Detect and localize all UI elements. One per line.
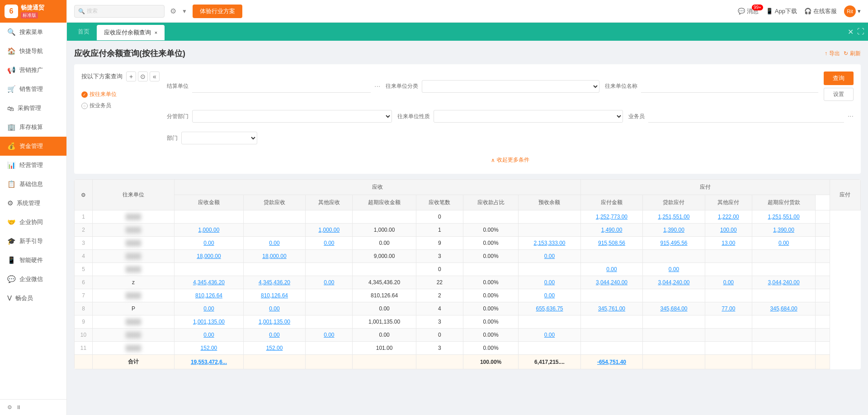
row-rec-ratio: 0.00% xyxy=(463,329,518,342)
settings-gear-icon[interactable]: ⚙ xyxy=(170,7,176,15)
division-select[interactable] xyxy=(192,110,392,123)
footer-pay-extra xyxy=(816,355,830,369)
tab-home[interactable]: 首页 xyxy=(71,24,97,39)
row-advance-bal: 0.00 xyxy=(519,329,581,342)
sidebar-item-member[interactable]: Ⅴ畅会员 xyxy=(0,289,66,308)
footer-loan-pay xyxy=(643,355,705,369)
row-overdue-pay xyxy=(752,263,815,276)
row-pay-amt: 1,252,773.00 xyxy=(580,210,643,224)
expand-icon[interactable]: ▼ xyxy=(182,8,187,14)
row-overdue-rec: 4,345,436.20 xyxy=(353,276,416,289)
sidebar-item-sales[interactable]: 🛒销售管理 xyxy=(0,80,66,99)
sidebar-item-enterprise[interactable]: 🤝企业协同 xyxy=(0,213,66,232)
row-overdue-rec: 0.00 xyxy=(353,302,416,315)
sidebar-item-wechat[interactable]: 💬企业微信 xyxy=(0,270,66,289)
settlement-input[interactable] xyxy=(192,80,371,93)
table-row: 9 ████ 1,001,135.00 1,001,135.00 1,001,1… xyxy=(75,315,861,329)
refresh-icon: ↻ xyxy=(844,50,848,57)
row-other-rec xyxy=(306,263,353,276)
sidebar-item-finance[interactable]: 💰资金管理 xyxy=(0,137,66,156)
sidebar-item-smart-hw[interactable]: 📱智能硬件 xyxy=(0,251,66,270)
collapse-icon[interactable]: ⏸ xyxy=(16,404,21,410)
th-rec-ratio: 应收款占比 xyxy=(463,195,518,210)
row-pay-amt xyxy=(580,250,643,263)
finance-icon: 💰 xyxy=(7,142,16,150)
sidebar-item-newbie[interactable]: 🎓新手引导 xyxy=(0,232,66,251)
salesperson-dots-icon[interactable]: ··· xyxy=(848,112,854,120)
scheme-option-salesperson[interactable]: ○ 按业务员 xyxy=(81,102,160,110)
sidebar-item-marketing[interactable]: 📢营销推广 xyxy=(0,61,66,80)
row-pay-extra xyxy=(816,263,830,276)
th-unit: 往来单位 xyxy=(93,180,175,210)
field-unit-category: 往来单位分类 xyxy=(386,80,599,93)
fullscreen-icon[interactable]: ⛶ xyxy=(857,28,864,36)
row-unit: z xyxy=(93,276,175,289)
sidebar-item-inventory[interactable]: 🏢库存核算 xyxy=(0,118,66,137)
user-menu[interactable]: Rit ▾ xyxy=(844,5,861,17)
th-loan-pay: 贷款应付 xyxy=(643,195,705,210)
export-button[interactable]: ↑ 导出 xyxy=(825,50,840,57)
app-download-link[interactable]: 📱 App下载 xyxy=(766,7,797,15)
scheme-option-unit[interactable]: ✓ 按往来单位 xyxy=(81,91,160,98)
search-menu-icon: 🔍 xyxy=(7,28,16,36)
refresh-button[interactable]: ↻ 刷新 xyxy=(844,50,861,57)
purchase-icon: 🛍 xyxy=(7,105,14,112)
logo-icon: 6 xyxy=(5,5,18,18)
unit-nature-select[interactable] xyxy=(434,110,623,123)
search-box[interactable]: 🔍 搜索 xyxy=(74,5,165,18)
row-rec-count: 0 xyxy=(416,329,463,342)
row-other-rec xyxy=(306,342,353,355)
table-row: 6 z 4,345,436.20 4,345,436.20 0.00 4,345… xyxy=(75,276,861,289)
row-pay-extra xyxy=(816,289,830,302)
row-rec-count: 4 xyxy=(416,302,463,315)
footer-rec-ratio: 100.00% xyxy=(463,355,518,369)
row-unit: ████ xyxy=(93,237,175,250)
table-row: 3 ████ 0.00 0.00 0.00 0.00 9 0.00% 2,153… xyxy=(75,237,861,250)
th-other-pay: 其他应付 xyxy=(705,195,752,210)
collapse-button[interactable]: ∧ 收起更多条件 xyxy=(167,153,854,167)
footer-rec-amt[interactable]: 19,553,472,6... xyxy=(175,355,244,369)
row-unit: ████ xyxy=(93,210,175,224)
settlement-dots-icon[interactable]: ··· xyxy=(374,82,380,91)
settings-icon[interactable]: ⚙ xyxy=(7,404,12,410)
online-service-link[interactable]: 🎧 在线客服 xyxy=(804,7,837,15)
row-rec-amt: 18,000.00 xyxy=(175,250,244,263)
row-index: 11 xyxy=(75,342,93,355)
messages-badge-container[interactable]: 💬 消息 99+ xyxy=(738,7,759,15)
row-other-rec: 0.00 xyxy=(306,276,353,289)
row-loan-rec: 18,000.00 xyxy=(243,250,306,263)
row-overdue-rec: 0.00 xyxy=(353,237,416,250)
sidebar-item-search-menu[interactable]: 🔍搜索菜单 xyxy=(0,23,66,42)
unit-name-input[interactable] xyxy=(641,80,818,93)
sidebar-item-operations[interactable]: 📊经营管理 xyxy=(0,156,66,175)
th-settings[interactable]: ⚙ xyxy=(75,180,93,210)
department-select[interactable] xyxy=(181,132,257,144)
footer-pay-amt[interactable]: -654,751.40 xyxy=(580,355,643,369)
footer-rec-count xyxy=(416,355,463,369)
row-pay-extra xyxy=(816,224,830,237)
promo-button[interactable]: 体验行业方案 xyxy=(193,5,242,18)
row-other-pay xyxy=(705,315,752,329)
th-payable-group: 应付 xyxy=(580,180,830,195)
row-other-rec xyxy=(306,250,353,263)
row-unit: ████ xyxy=(93,250,175,263)
edit-scheme-btn[interactable]: ⊙ xyxy=(138,72,148,81)
query-button[interactable]: 查询 xyxy=(824,72,854,85)
settings-button[interactable]: 设置 xyxy=(824,88,854,101)
unit-category-select[interactable] xyxy=(422,80,599,93)
close-window-icon[interactable]: ✕ xyxy=(848,28,854,36)
collapse-scheme-btn[interactable]: « xyxy=(150,72,160,81)
row-overdue-rec: 810,126.64 xyxy=(353,289,416,302)
salesperson-input[interactable] xyxy=(648,110,844,123)
tab-close-icon[interactable]: × xyxy=(155,30,157,35)
service-icon: 🎧 xyxy=(804,8,811,14)
sidebar-item-purchase[interactable]: 🛍采购管理 xyxy=(0,99,66,118)
add-scheme-btn[interactable]: + xyxy=(126,72,136,81)
tab-balance-query[interactable]: 应收应付余额查询 × xyxy=(97,25,165,40)
footer-label: 合计 xyxy=(93,355,175,369)
row-rec-amt xyxy=(175,210,244,224)
sidebar-item-system[interactable]: ⚙系统管理 xyxy=(0,194,66,213)
sidebar-item-basics[interactable]: 📋基础信息 xyxy=(0,175,66,194)
sidebar-item-quick-nav[interactable]: 🏠快捷导航 xyxy=(0,42,66,61)
table-settings-icon[interactable]: ⚙ xyxy=(81,192,86,198)
